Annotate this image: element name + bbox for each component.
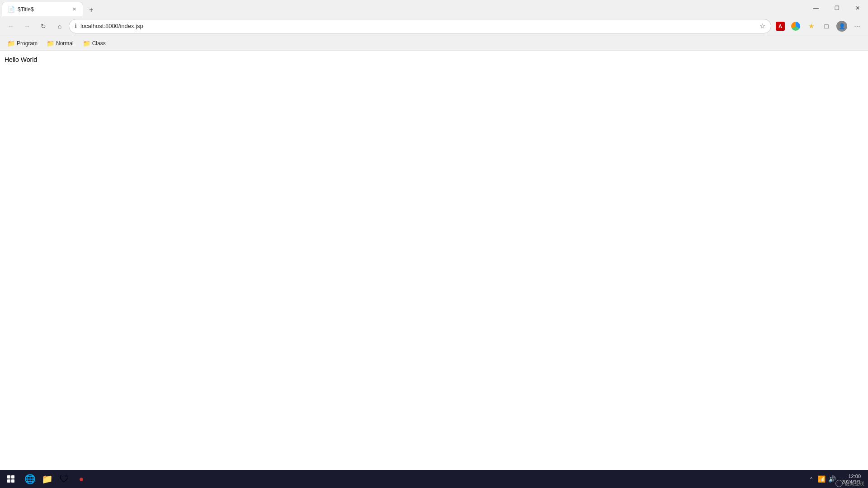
watermark-text: 创新互联 xyxy=(844,480,864,487)
favorites-icon: ★ xyxy=(808,22,814,30)
title-bar: 📄 $Title$ ✕ + — ❐ ✕ xyxy=(0,0,868,16)
bookmarks-bar: 📁 Program 📁 Normal 📁 Class xyxy=(0,36,868,51)
collections-icon: □ xyxy=(824,22,828,30)
tab-page-icon: 📄 xyxy=(8,6,15,13)
taskbar-explorer[interactable]: 📁 xyxy=(39,471,55,487)
favorites-button[interactable]: ★ xyxy=(804,19,818,33)
menu-button[interactable]: ··· xyxy=(850,19,864,33)
folder-icon: 📁 xyxy=(7,40,15,47)
bookmark-normal[interactable]: 📁 Normal xyxy=(43,38,77,49)
start-button[interactable] xyxy=(2,471,20,487)
tab-strip: 📄 $Title$ ✕ + xyxy=(0,0,806,16)
new-tab-button[interactable]: + xyxy=(85,4,98,16)
browser-window: 📄 $Title$ ✕ + — ❐ ✕ ← → ↻ ⌂ ℹ localhost:… xyxy=(0,0,868,488)
bookmark-program[interactable]: 📁 Program xyxy=(4,38,41,49)
wifi-icon: 📶 xyxy=(818,475,826,483)
edge-button[interactable] xyxy=(788,19,803,33)
folder-icon: 📁 xyxy=(47,40,54,47)
back-button[interactable]: ← xyxy=(4,19,18,33)
page-hello-world: Hello World xyxy=(5,56,863,63)
window-controls: — ❐ ✕ xyxy=(806,0,868,16)
bookmark-program-label: Program xyxy=(17,40,38,47)
minimize-button[interactable]: — xyxy=(806,0,826,16)
system-tray-chevron[interactable]: ^ xyxy=(808,475,814,483)
edge-icon xyxy=(791,22,800,31)
taskbar-items: 🌐 📁 🛡 ● xyxy=(22,471,90,487)
extensions-icon: A xyxy=(776,22,785,31)
taskbar-app[interactable]: ● xyxy=(73,471,90,487)
nav-bar: ← → ↻ ⌂ ℹ localhost:8080/index.jsp ☆ A ★… xyxy=(0,16,868,36)
system-tray: 📶 🔊 xyxy=(816,474,838,483)
bookmark-normal-label: Normal xyxy=(56,40,74,47)
close-button[interactable]: ✕ xyxy=(847,0,868,16)
collections-button[interactable]: □ xyxy=(819,19,834,33)
volume-icon: 🔊 xyxy=(828,475,836,483)
taskbar-security[interactable]: 🛡 xyxy=(56,471,72,487)
profile-button[interactable]: 👤 xyxy=(835,19,849,33)
active-tab[interactable]: 📄 $Title$ ✕ xyxy=(2,2,83,16)
address-text: localhost:8080/index.jsp xyxy=(80,23,756,29)
forward-button[interactable]: → xyxy=(20,19,34,33)
home-button[interactable]: ⌂ xyxy=(52,19,67,33)
maximize-button[interactable]: ❐ xyxy=(826,0,847,16)
refresh-button[interactable]: ↻ xyxy=(36,19,51,33)
clock-time: 12:00 xyxy=(848,474,861,479)
extensions-button[interactable]: A xyxy=(773,19,788,33)
windows-logo-icon xyxy=(7,475,14,483)
watermark-circle xyxy=(835,480,843,487)
taskbar: 🌐 📁 🛡 ● ^ 📶 🔊 12:00 2024/1/1 创新互联 xyxy=(0,470,868,488)
folder-icon: 📁 xyxy=(83,40,90,47)
bookmark-class[interactable]: 📁 Class xyxy=(79,38,109,49)
tab-close-button[interactable]: ✕ xyxy=(70,5,78,14)
address-bar[interactable]: ℹ localhost:8080/index.jsp ☆ xyxy=(69,19,771,33)
security-icon: ℹ xyxy=(75,23,77,29)
toolbar-right: A ★ □ 👤 ··· xyxy=(773,19,864,33)
content-area: Hello World xyxy=(0,51,868,470)
watermark: 创新互联 xyxy=(835,480,864,487)
tab-title: $Title$ xyxy=(18,6,67,13)
favorite-star-icon[interactable]: ☆ xyxy=(760,22,765,30)
bookmark-class-label: Class xyxy=(92,40,106,47)
profile-avatar: 👤 xyxy=(836,21,847,32)
taskbar-edge[interactable]: 🌐 xyxy=(22,471,38,487)
